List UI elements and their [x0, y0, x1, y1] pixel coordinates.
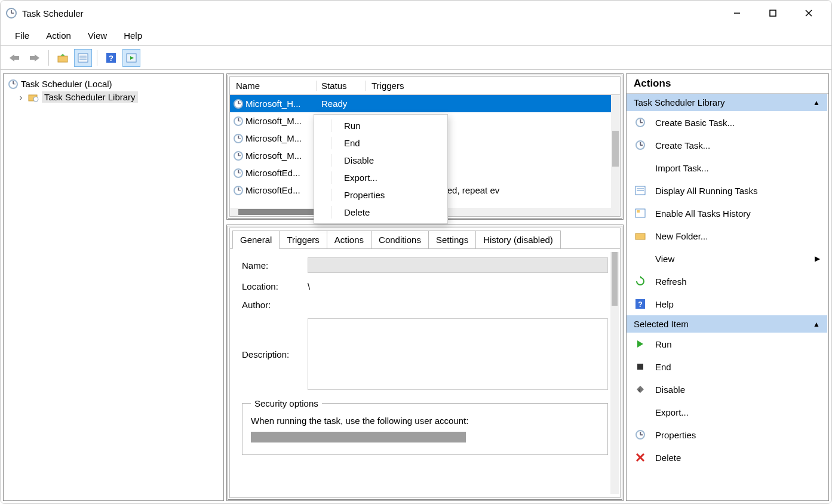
window-title: Task Scheduler: [22, 8, 84, 19]
clock-add-icon: [634, 116, 647, 129]
vertical-scrollbar[interactable]: [611, 95, 620, 216]
task-name: Microsoft_M...: [245, 116, 302, 126]
minimize-button[interactable]: [719, 1, 755, 26]
action-import-task[interactable]: Import Task...: [627, 156, 827, 179]
window-controls: [719, 1, 827, 26]
cm-export[interactable]: Export...: [314, 169, 447, 186]
menu-view[interactable]: View: [79, 27, 115, 44]
task-name: MicrosoftEd...: [245, 168, 300, 178]
action-export[interactable]: Export...: [627, 401, 827, 423]
task-name: Microsoft_M...: [245, 150, 302, 161]
folder-up-icon[interactable]: [54, 49, 72, 67]
tab-triggers[interactable]: Triggers: [279, 231, 327, 249]
action-help[interactable]: ? Help: [627, 293, 827, 315]
tree-panel: Task Scheduler (Local) › Task Scheduler …: [3, 73, 224, 501]
task-name: Microsoft_H...: [245, 99, 301, 109]
action-enable-history[interactable]: Enable All Tasks History: [627, 202, 827, 225]
action-label: Delete: [655, 453, 681, 463]
svg-marker-7: [10, 54, 19, 62]
location-value: \: [308, 281, 310, 291]
svg-rect-31: [637, 364, 643, 370]
detail-scrollbar[interactable]: [610, 252, 619, 494]
name-field: [308, 257, 608, 273]
help-icon: ?: [634, 297, 647, 311]
action-refresh[interactable]: Refresh: [627, 270, 827, 293]
cm-run[interactable]: Run: [314, 117, 447, 134]
folder-clock-icon: [28, 93, 39, 102]
task-row[interactable]: Microsoft_H... Ready: [230, 95, 620, 112]
action-label: Create Basic Task...: [655, 118, 735, 128]
history-icon: [634, 207, 647, 220]
action-delete[interactable]: Delete: [627, 446, 827, 469]
detail-panel: General Triggers Actions Conditions Sett…: [226, 225, 624, 501]
action-label: Enable All Tasks History: [655, 208, 751, 219]
tab-conditions[interactable]: Conditions: [371, 231, 429, 249]
author-label: Author:: [242, 300, 308, 310]
context-menu: Run End Disable Export... Properties Del…: [314, 114, 448, 224]
action-disable[interactable]: Disable: [627, 378, 827, 401]
cm-end[interactable]: End: [314, 134, 447, 152]
menu-action[interactable]: Action: [38, 27, 79, 44]
tab-actions[interactable]: Actions: [327, 231, 372, 249]
properties-icon[interactable]: [74, 49, 92, 67]
play-icon: [634, 337, 647, 351]
action-run[interactable]: Run: [627, 333, 827, 355]
general-tab-body: Name: Location: \ Author: Description:: [230, 248, 620, 463]
clock-icon: [234, 168, 243, 178]
detail-tabs: General Triggers Actions Conditions Sett…: [230, 228, 620, 249]
svg-text:?: ?: [638, 300, 642, 309]
location-label: Location:: [242, 281, 308, 291]
tree-library[interactable]: › Task Scheduler Library: [6, 90, 221, 104]
close-button[interactable]: [791, 1, 827, 26]
cm-delete[interactable]: Delete: [314, 204, 447, 221]
action-create-task[interactable]: Create Task...: [627, 134, 827, 156]
tree-library-label: Task Scheduler Library: [42, 91, 138, 103]
svg-rect-9: [58, 56, 67, 62]
action-label: Disable: [655, 385, 685, 395]
action-label: Help: [655, 299, 674, 309]
title-bar: Task Scheduler: [1, 1, 831, 26]
nav-back-icon[interactable]: [5, 49, 23, 67]
actions-section-selected[interactable]: Selected Item ▲: [627, 315, 827, 333]
user-account-value: [251, 432, 466, 442]
action-display-running[interactable]: Display All Running Tasks: [627, 179, 827, 202]
action-label: New Folder...: [655, 231, 708, 241]
blank-icon: [634, 161, 647, 174]
tab-history[interactable]: History (disabled): [475, 231, 561, 249]
action-label: Properties: [655, 430, 696, 440]
column-headers: Name Status Triggers: [230, 77, 620, 95]
cm-disable[interactable]: Disable: [314, 152, 447, 169]
tab-general[interactable]: General: [232, 231, 280, 249]
actions-section-library[interactable]: Task Scheduler Library ▲: [627, 94, 827, 111]
tree-root-label: Task Scheduler (Local): [21, 79, 112, 89]
clock-icon: [234, 99, 243, 109]
svg-rect-4: [770, 10, 776, 16]
column-triggers[interactable]: Triggers: [366, 81, 620, 91]
column-status[interactable]: Status: [317, 81, 366, 91]
action-properties[interactable]: Properties: [627, 423, 827, 446]
maximize-button[interactable]: [755, 1, 791, 26]
chevron-up-icon: ▲: [813, 320, 820, 328]
help-icon[interactable]: ?: [102, 49, 120, 67]
tree-root[interactable]: Task Scheduler (Local): [6, 78, 221, 90]
clock-icon: [8, 79, 18, 89]
cm-properties[interactable]: Properties: [314, 186, 447, 204]
clock-icon: [634, 139, 647, 152]
menu-help[interactable]: Help: [115, 27, 151, 44]
run-toolbar-icon[interactable]: [122, 49, 140, 67]
svg-rect-26: [635, 233, 645, 239]
svg-text:?: ?: [109, 54, 113, 63]
action-label: Run: [655, 339, 672, 349]
menu-file[interactable]: File: [7, 27, 38, 44]
action-end[interactable]: End: [627, 355, 827, 378]
menu-bar: File Action View Help: [1, 26, 831, 46]
action-view[interactable]: View ▶: [627, 247, 827, 270]
nav-forward-icon[interactable]: [26, 49, 44, 67]
task-name: Microsoft_M...: [245, 133, 302, 143]
action-new-folder[interactable]: New Folder...: [627, 225, 827, 247]
svg-marker-30: [637, 340, 643, 348]
tab-settings[interactable]: Settings: [428, 231, 476, 249]
column-name[interactable]: Name: [230, 81, 317, 91]
action-create-basic[interactable]: Create Basic Task...: [627, 111, 827, 134]
delete-icon: [634, 451, 647, 464]
